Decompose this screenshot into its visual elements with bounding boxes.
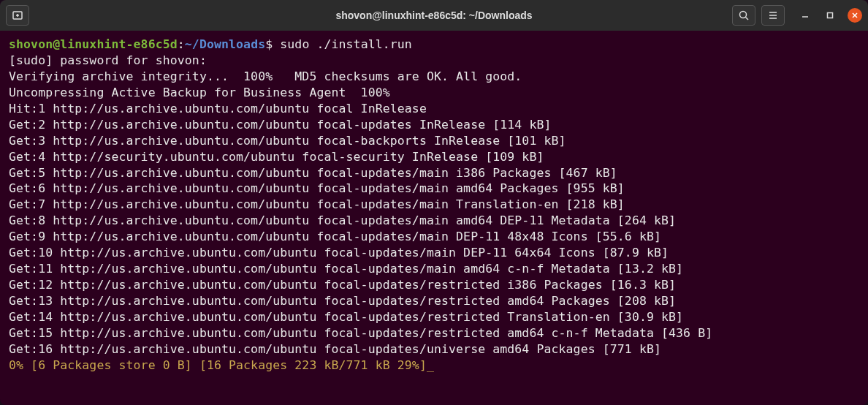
- output-line: Get:11 http://us.archive.ubuntu.com/ubun…: [9, 261, 859, 277]
- maximize-icon: [826, 12, 834, 19]
- window-title: shovon@linuxhint-e86c5d: ~/Downloads: [335, 10, 532, 21]
- search-button[interactable]: [732, 5, 755, 26]
- output-line: Hit:1 http://us.archive.ubuntu.com/ubunt…: [9, 101, 859, 117]
- terminal-window: shovon@linuxhint-e86c5d: ~/Downloads: [0, 0, 868, 405]
- progress-text: 0% [6 Packages store 0 B] [16 Packages 2…: [9, 358, 427, 372]
- command-text: sudo ./install.run: [280, 37, 412, 51]
- prompt-colon: :: [178, 37, 185, 51]
- titlebar: shovon@linuxhint-e86c5d: ~/Downloads: [0, 0, 868, 31]
- output-line: Get:4 http://security.ubuntu.com/ubuntu …: [9, 149, 859, 165]
- output-line: Verifying archive integrity... 100% MD5 …: [9, 69, 859, 85]
- window-controls: [798, 8, 862, 23]
- titlebar-right: [732, 5, 862, 26]
- svg-point-1: [740, 12, 747, 18]
- output-line: Get:9 http://us.archive.ubuntu.com/ubunt…: [9, 229, 859, 245]
- output-line: Uncompressing Active Backup for Business…: [9, 85, 859, 101]
- prompt-line: shovon@linuxhint-e86c5d:~/Downloads$ sud…: [9, 37, 859, 53]
- search-icon: [738, 10, 750, 21]
- output-line: Get:13 http://us.archive.ubuntu.com/ubun…: [9, 293, 859, 309]
- minimize-button[interactable]: [798, 8, 812, 23]
- terminal-output[interactable]: shovon@linuxhint-e86c5d:~/Downloads$ sud…: [0, 31, 868, 405]
- output-line: Get:8 http://us.archive.ubuntu.com/ubunt…: [9, 213, 859, 229]
- close-icon: [851, 12, 859, 19]
- prompt-user-host: shovon@linuxhint-e86c5d: [9, 37, 178, 51]
- prompt-dollar: $: [265, 37, 280, 51]
- svg-rect-2: [828, 13, 833, 18]
- output-line: Get:2 http://us.archive.ubuntu.com/ubunt…: [9, 117, 859, 133]
- output-line: Get:12 http://us.archive.ubuntu.com/ubun…: [9, 277, 859, 293]
- hamburger-icon: [767, 10, 779, 21]
- prompt-path: ~/Downloads: [185, 37, 265, 51]
- close-button[interactable]: [848, 8, 862, 23]
- menu-button[interactable]: [761, 5, 785, 26]
- output-line: Get:3 http://us.archive.ubuntu.com/ubunt…: [9, 133, 859, 149]
- minimize-icon: [802, 12, 809, 19]
- output-line: Get:14 http://us.archive.ubuntu.com/ubun…: [9, 309, 859, 325]
- progress-line: 0% [6 Packages store 0 B] [16 Packages 2…: [9, 357, 859, 374]
- output-line: [sudo] password for shovon:: [9, 53, 859, 69]
- cursor: _: [427, 358, 434, 372]
- maximize-button[interactable]: [823, 8, 837, 23]
- new-tab-button[interactable]: [6, 5, 29, 26]
- output-line: Get:16 http://us.archive.ubuntu.com/ubun…: [9, 341, 859, 357]
- output-line: Get:5 http://us.archive.ubuntu.com/ubunt…: [9, 165, 859, 181]
- output-line: Get:7 http://us.archive.ubuntu.com/ubunt…: [9, 197, 859, 213]
- new-tab-icon: [12, 10, 23, 21]
- titlebar-left: [6, 5, 29, 26]
- output-line: Get:15 http://us.archive.ubuntu.com/ubun…: [9, 325, 859, 341]
- output-line: Get:10 http://us.archive.ubuntu.com/ubun…: [9, 245, 859, 261]
- output-line: Get:6 http://us.archive.ubuntu.com/ubunt…: [9, 181, 859, 197]
